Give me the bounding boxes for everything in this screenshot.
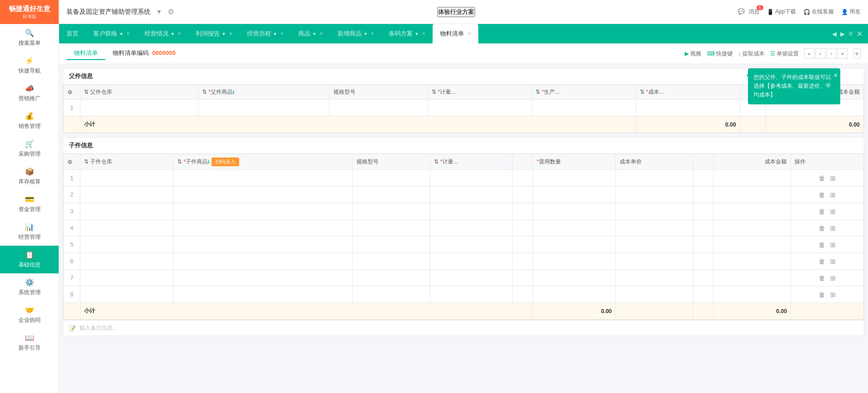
- last-page-arrow[interactable]: »: [838, 48, 848, 59]
- sidebar-item-quick-nav[interactable]: ⚡ 快捷导航: [0, 52, 59, 79]
- sidebar-item-inventory[interactable]: 📦 库存核算: [0, 163, 59, 190]
- parent-row-1-cost[interactable]: [636, 100, 740, 116]
- sidebar-item-purchase[interactable]: 🛒 采购管理: [0, 135, 59, 163]
- view-action[interactable]: ▶ 视频: [685, 50, 701, 58]
- message-badge-container[interactable]: 💬 6 消息: [738, 8, 759, 16]
- child-subtotal-label: 小计: [80, 303, 533, 320]
- copy-icon[interactable]: ⊞: [828, 174, 838, 183]
- parent-row-1-spec[interactable]: [330, 100, 428, 116]
- sidebar-item-finance[interactable]: 💳 资金管理: [0, 190, 59, 218]
- child-col-settings[interactable]: ⚙: [64, 154, 80, 170]
- delete-icon[interactable]: 🗑: [817, 290, 826, 299]
- tab-profit-close[interactable]: ×: [229, 30, 232, 37]
- online-service-link[interactable]: 🎧 在线客服: [803, 8, 834, 16]
- parent-col-settings[interactable]: ⚙: [64, 85, 80, 100]
- sidebar-item-basic-info[interactable]: 📋 基础信息: [0, 246, 59, 273]
- tab-operations[interactable]: 经营情况 ▾ ×: [137, 24, 188, 43]
- single-setting-action[interactable]: ☰ 单据设置: [770, 50, 799, 58]
- sidebar-item-system[interactable]: ⚙️ 系统管理: [0, 273, 59, 301]
- sidebar-item-guide[interactable]: 📖 新手引导: [0, 329, 59, 357]
- copy-icon[interactable]: ⊞: [828, 207, 838, 216]
- first-page-arrow[interactable]: «: [804, 48, 814, 59]
- window-close-icon[interactable]: ✕: [855, 30, 864, 38]
- child-row-2-unit[interactable]: [430, 187, 512, 203]
- user-area[interactable]: 👤 用友: [841, 8, 861, 16]
- parent-row-1-goods[interactable]: [198, 100, 329, 116]
- copy-icon[interactable]: ⊞: [828, 224, 838, 233]
- child-col-qty: *需用数量: [533, 154, 616, 170]
- child-row-1-warehouse[interactable]: [80, 170, 174, 187]
- scan-input-button[interactable]: 扫码录入: [211, 157, 239, 166]
- child-row-2-goods[interactable]: [174, 187, 353, 203]
- bottom-hint-text[interactable]: 输入备注信息...: [79, 324, 117, 332]
- finance-icon: 💳: [25, 195, 34, 204]
- tab-right-arrow[interactable]: ▶: [838, 30, 847, 37]
- tab-customer-close[interactable]: ×: [127, 30, 130, 37]
- tab-history[interactable]: 经营历程 ▾ ×: [240, 24, 291, 43]
- tab-operations-close[interactable]: ×: [178, 30, 181, 37]
- tab-history-close[interactable]: ×: [280, 30, 283, 37]
- page-tab-bom-code[interactable]: 物料清单编码 0000005: [105, 47, 183, 60]
- tab-barcode[interactable]: 条码方案 ▾ ×: [381, 24, 433, 43]
- sidebar-item-enterprise[interactable]: 🤝 企业协同: [0, 301, 59, 329]
- child-row-2-unit-cost[interactable]: [616, 187, 693, 203]
- tab-goods-label: 商品: [298, 30, 310, 38]
- child-row-1-unit[interactable]: [430, 170, 512, 187]
- child-row-1-unit-cost[interactable]: [616, 170, 693, 187]
- page-tab-bom-list[interactable]: 物料清单: [66, 47, 105, 60]
- parent-row-1-unit[interactable]: [428, 100, 532, 116]
- delete-icon[interactable]: 🗑: [817, 240, 826, 249]
- sidebar-item-marketing[interactable]: 📣 营销推广: [0, 79, 59, 107]
- tab-new-goods-close[interactable]: ×: [371, 30, 374, 37]
- shortcut-action[interactable]: ⌨ 快捷键: [707, 50, 733, 58]
- grid-view-icon[interactable]: ≡: [853, 48, 861, 59]
- delete-icon[interactable]: 🗑: [817, 207, 826, 216]
- tab-goods-close[interactable]: ×: [319, 30, 323, 37]
- sidebar-item-search[interactable]: 🔍 搜索菜单: [0, 24, 59, 52]
- shortcut-icon: ⌨: [707, 50, 715, 57]
- tab-bom[interactable]: 物料清单 ×: [433, 24, 478, 43]
- prev-page-arrow[interactable]: ‹: [815, 48, 826, 59]
- dropdown-arrow-icon[interactable]: ▼: [156, 8, 162, 15]
- system-name: 装备及固定资产辅助管理系统: [66, 8, 151, 16]
- app-download-link[interactable]: 📱 App下载: [767, 8, 796, 16]
- copy-icon[interactable]: ⊞: [828, 257, 838, 266]
- tab-home[interactable]: 首页: [59, 24, 86, 43]
- tab-goods[interactable]: 商品 ▾ ×: [291, 24, 330, 43]
- child-row-8-num: 8: [64, 286, 80, 303]
- child-row-2-warehouse[interactable]: [80, 187, 174, 203]
- child-row-1-qty[interactable]: [533, 170, 616, 187]
- child-row-1-goods[interactable]: [174, 170, 353, 187]
- tab-profit[interactable]: 利润报告 ▾ ×: [188, 24, 240, 43]
- copy-icon[interactable]: ⊞: [828, 290, 838, 299]
- child-row-2-qty[interactable]: [533, 187, 616, 203]
- parent-row-1-num: 1: [64, 100, 80, 116]
- tab-new-goods[interactable]: 新增商品 ▾ ×: [330, 24, 381, 43]
- sidebar-item-operations[interactable]: 📊 经营管理: [0, 218, 59, 246]
- delete-icon[interactable]: 🗑: [817, 273, 826, 283]
- tab-left-arrow[interactable]: ◀: [830, 30, 838, 37]
- tooltip-close-button[interactable]: ×: [834, 70, 838, 80]
- copy-icon[interactable]: ⊞: [828, 190, 838, 200]
- trial-button[interactable]: 体验行业方案: [437, 7, 475, 17]
- delete-icon[interactable]: 🗑: [817, 190, 826, 200]
- copy-icon[interactable]: ⊞: [828, 273, 838, 283]
- parent-row-1-produce[interactable]: [532, 100, 636, 116]
- chevron-down-icon: ▾: [364, 31, 367, 37]
- delete-icon[interactable]: 🗑: [817, 257, 826, 266]
- tab-bom-close[interactable]: ×: [468, 30, 471, 37]
- sidebar-item-sales[interactable]: 💰 销售管理: [0, 107, 59, 135]
- next-page-arrow[interactable]: ›: [826, 48, 837, 59]
- child-row-1-spec[interactable]: [353, 170, 430, 187]
- tab-barcode-close[interactable]: ×: [422, 30, 425, 37]
- settings-icon[interactable]: ⚙: [168, 7, 174, 16]
- copy-icon[interactable]: ⊞: [828, 240, 838, 249]
- tab-customer[interactable]: 客户联络 ▾ ×: [86, 24, 137, 43]
- extract-cost-action[interactable]: ↓ 提取成本: [738, 50, 765, 58]
- delete-icon[interactable]: 🗑: [817, 224, 826, 233]
- delete-icon[interactable]: 🗑: [817, 174, 826, 183]
- parent-row-1-warehouse[interactable]: [80, 100, 199, 116]
- child-col-amount: 成本金额: [713, 154, 791, 170]
- tab-menu-icon[interactable]: ≡: [847, 30, 855, 38]
- child-row-2-spec[interactable]: [353, 187, 430, 203]
